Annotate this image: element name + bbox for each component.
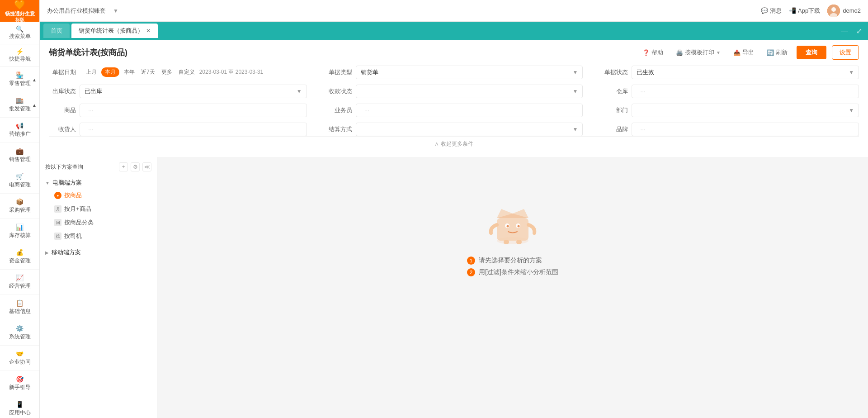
settlement-field: 结算方式 ▼ <box>325 123 583 136</box>
receiver-control[interactable]: ··· <box>80 123 307 136</box>
brand-control[interactable]: ··· <box>632 123 859 136</box>
scheme-group-mobile-header[interactable]: ▶ 移动端方案 <box>40 247 157 258</box>
inventory-icon: 📊 <box>16 223 24 231</box>
scheme-collapse-btn[interactable]: ≪ <box>142 162 151 171</box>
date-shortcut-more[interactable]: 更多 <box>160 67 174 77</box>
brand-dots-icon[interactable]: ··· <box>640 126 646 133</box>
topbar-actions: 💬 消息 📲 App下载 demo2 <box>761 5 861 17</box>
receiver-dots-icon[interactable]: ··· <box>88 126 94 133</box>
scheme-settings-btn[interactable]: ⚙ <box>131 162 140 171</box>
scheme-panel-icons: + ⚙ ≪ <box>119 162 151 171</box>
scheme-item-by-machine[interactable]: 按 按司机 <box>40 229 157 243</box>
dropdown-arrow-icon[interactable]: ▼ <box>113 8 118 14</box>
sidebar-item-sales[interactable]: 💼 销售管理 <box>0 143 39 168</box>
help-btn[interactable]: ❓ 帮助 <box>639 47 667 58</box>
sidebar-item-retail-label: 零售管理 <box>9 80 31 87</box>
dept-control[interactable]: ▼ <box>632 104 859 117</box>
date-range-text: 2023-03-01 至 2023-03-31 <box>199 68 263 76</box>
user-menu[interactable]: demo2 <box>827 5 861 17</box>
sidebar-item-purchase[interactable]: 📦 采购管理 <box>0 194 39 219</box>
sidebar-item-inventory[interactable]: 📊 库存核算 <box>0 219 39 244</box>
dept-chevron-icon: ▼ <box>849 107 854 114</box>
settlement-chevron-icon: ▼ <box>572 126 578 133</box>
salesperson-dots-icon[interactable]: ··· <box>364 107 370 114</box>
date-control[interactable]: 上月 本月 本年 近7天 更多 自定义 2023-03-01 至 2023-03… <box>80 65 307 79</box>
tab-report[interactable]: 销货单统计表（按商品） ✕ <box>71 24 158 38</box>
sidebar-item-wholesale[interactable]: 🏬 批发管理 ▲ <box>0 92 39 118</box>
tab-close-icon[interactable]: ✕ <box>146 28 151 34</box>
refresh-btn[interactable]: 🔄 刷新 <box>763 47 791 58</box>
doc-type-chevron-icon: ▼ <box>572 69 578 76</box>
scheme-group-pc-header[interactable]: ▼ 电脑端方案 <box>40 177 157 189</box>
brand-label: 品牌 <box>601 125 628 133</box>
scheme-group-pc: ▼ 电脑端方案 ● 按商品 月 按月+商品 回 <box>40 175 157 245</box>
query-button[interactable]: 查询 <box>797 46 826 59</box>
sidebar-item-system-label: 系统管理 <box>9 333 31 341</box>
scheme-item-by-month-goods-label: 按月+商品 <box>64 205 91 213</box>
goods-dots-icon[interactable]: ··· <box>88 107 94 114</box>
tab-home[interactable]: 首页 <box>43 24 70 38</box>
sidebar-item-finance[interactable]: 💰 资金管理 <box>0 244 39 270</box>
warehouse-dots-icon[interactable]: ··· <box>640 88 646 95</box>
scheme-goods-icon: ● <box>54 192 61 199</box>
payment-status-chevron-icon: ▼ <box>572 88 578 95</box>
scheme-group-pc-arrow-icon: ▼ <box>45 180 50 185</box>
tab-minimize-btn[interactable]: — <box>839 25 850 36</box>
sidebar-item-marketing[interactable]: 📢 营销推广 <box>0 118 39 143</box>
date-shortcut-this-year[interactable]: 本年 <box>122 67 137 77</box>
sidebar-quick-nav[interactable]: ⚡ 快捷导航 <box>0 44 39 67</box>
download-icon: 📲 <box>789 7 796 14</box>
refresh-label: 刷新 <box>776 48 788 57</box>
warehouse-field: 仓库 ··· <box>601 85 859 98</box>
warehouse-label: 仓库 <box>601 87 628 95</box>
username: demo2 <box>843 7 861 14</box>
receiver-field: 收货人 ··· <box>49 123 307 136</box>
settlement-label: 结算方式 <box>325 125 352 133</box>
scheme-item-by-month-goods[interactable]: 月 按月+商品 <box>40 202 157 216</box>
scheme-item-by-goods[interactable]: ● 按商品 <box>40 189 157 202</box>
sidebar-item-retail[interactable]: 🏪 零售管理 ▲ <box>0 67 39 92</box>
sidebar-item-operations[interactable]: 📈 经营管理 <box>0 270 39 295</box>
marketing-icon: 📢 <box>16 122 24 129</box>
sidebar-item-enterprise[interactable]: 🤝 企业协同 <box>0 346 39 371</box>
settings-button[interactable]: 设置 <box>832 45 859 60</box>
app-subtitle: 标版 <box>15 17 24 23</box>
sidebar-item-newbie[interactable]: 🎯 新手引导 <box>0 371 39 396</box>
sidebar-item-basic[interactable]: 📋 基础信息 <box>0 295 39 320</box>
date-shortcut-7days[interactable]: 近7天 <box>139 67 157 77</box>
doc-status-control[interactable]: 已生效 ▼ <box>632 66 859 79</box>
goods-control[interactable]: ··· <box>80 104 307 117</box>
filter-row-2: 出库状态 已出库 ▼ 收款状态 ▼ <box>49 85 859 98</box>
scheme-add-btn[interactable]: + <box>119 162 128 171</box>
sidebar-item-system[interactable]: ⚙️ 系统管理 <box>0 320 39 346</box>
app-download-btn[interactable]: 📲 App下载 <box>789 7 820 15</box>
sidebar-item-ecommerce[interactable]: 🛒 电商管理 <box>0 168 39 194</box>
sidebar-item-purchase-label: 采购管理 <box>9 206 31 214</box>
date-shortcut-custom[interactable]: 自定义 <box>177 67 197 77</box>
wholesale-arrow-icon: ▲ <box>32 102 37 107</box>
template-print-btn[interactable]: 🖨️ 按模板打印 ▼ <box>672 47 724 58</box>
doc-type-control[interactable]: 销货单 ▼ <box>356 66 583 79</box>
out-status-control[interactable]: 已出库 ▼ <box>80 85 307 98</box>
sidebar-item-newbie-label: 新手引导 <box>9 384 31 391</box>
message-btn[interactable]: 💬 消息 <box>761 7 782 15</box>
tab-maximize-btn[interactable]: ⤢ <box>854 25 864 36</box>
scheme-group-mobile-label: 移动端方案 <box>52 248 81 256</box>
empty-state: 1 请先选择要分析的方案 2 用[过滤]条件来缩小分析范围 <box>157 157 868 313</box>
sidebar-search[interactable]: 🔍 搜索菜单 <box>0 22 39 44</box>
payment-status-control[interactable]: ▼ <box>356 85 583 98</box>
date-shortcut-this-month[interactable]: 本月 <box>101 67 119 77</box>
scheme-item-by-category[interactable]: 回 按商品分类 <box>40 216 157 229</box>
collapse-bar[interactable]: ∧ 收起更多条件 <box>49 136 859 152</box>
body-section: 按以下方案查询 + ⚙ ≪ ▼ 电脑端方案 <box>40 157 868 418</box>
page-wrapper: 销货单统计表(按商品) ❓ 帮助 🖨️ 按模板打印 ▼ 📤 <box>40 40 868 418</box>
date-shortcut-last-month[interactable]: 上月 <box>84 67 99 77</box>
salesperson-control[interactable]: ··· <box>356 104 583 117</box>
sidebar-item-wholesale-label: 批发管理 <box>9 105 31 113</box>
app-logo: 🧡 畅捷通好生意 标版 <box>0 0 39 22</box>
empty-tip-2: 2 用[过滤]条件来缩小分析范围 <box>467 268 558 276</box>
export-btn[interactable]: 📤 导出 <box>730 47 758 58</box>
sidebar-item-apps[interactable]: 📱 应用中心 <box>0 396 39 418</box>
settlement-control[interactable]: ▼ <box>356 123 583 136</box>
warehouse-control[interactable]: ··· <box>632 85 859 98</box>
